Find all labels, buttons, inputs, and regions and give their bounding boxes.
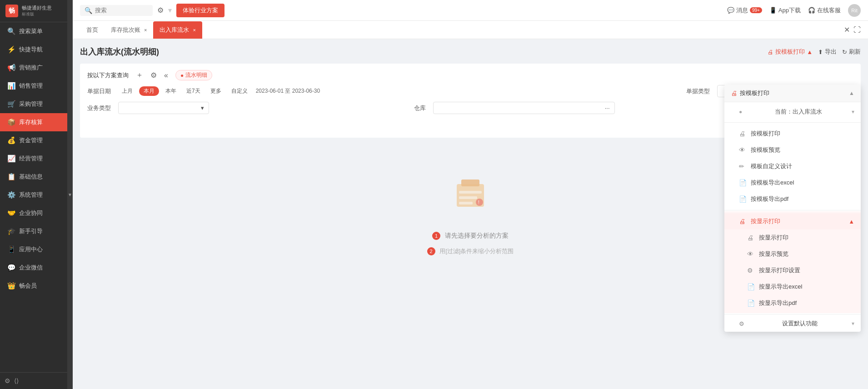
sidebar-item-app-center[interactable]: 📱 应用中心 xyxy=(0,240,67,259)
sidebar-item-finance[interactable]: 💰 资金管理 xyxy=(0,131,67,150)
export-btn[interactable]: ⬆ 导出 xyxy=(818,48,837,56)
close-tab-btn[interactable]: ✕ xyxy=(844,25,850,34)
warehouse-select[interactable]: ··· xyxy=(433,102,615,114)
dropdown-settings-default[interactable]: ⚙ 设置默认功能 ▾ xyxy=(724,315,861,332)
svg-rect-2 xyxy=(459,191,482,194)
sidebar-item-search[interactable]: 🔍 搜索菜单 xyxy=(0,22,67,40)
message-btn[interactable]: 💬 消息 99+ xyxy=(727,6,762,15)
sidebar-item-base-info[interactable]: 📋 基础信息 xyxy=(0,168,67,186)
display-pdf-icon: 📄 xyxy=(747,299,755,307)
customer-service-btn[interactable]: 🎧 在线客服 xyxy=(808,6,841,15)
gear-icon: ⚙️ xyxy=(7,191,15,199)
date-option-more[interactable]: 更多 xyxy=(207,86,225,96)
sidebar-item-member[interactable]: 👑 畅会员 xyxy=(0,277,67,295)
tab-close-flow[interactable]: × xyxy=(193,27,195,33)
crown-icon: 👑 xyxy=(7,282,15,290)
date-option-7days[interactable]: 近7天 xyxy=(183,86,204,96)
date-options: 上月 本月 本年 近7天 更多 自定义 2023-06-01 至 2023-06… xyxy=(118,86,320,96)
more-icon: ··· xyxy=(605,105,610,111)
filter-tag-icon: ● xyxy=(180,72,184,79)
dropdown-arrows: ▲ xyxy=(849,90,854,96)
printer-icon: 🖨 xyxy=(768,49,773,55)
dropdown-sub-display-preview[interactable]: 👁 按显示预览 xyxy=(724,246,861,262)
dropdown-sub-display-pdf[interactable]: 📄 按显示导出pdf xyxy=(724,295,861,311)
dropdown-header: 🖨 按模板打印 ▲ xyxy=(724,85,861,102)
sidebar-item-weixin[interactable]: 💬 企业微信 xyxy=(0,259,67,277)
dropdown-sub-display-settings[interactable]: ⚙ 按显示打印设置 xyxy=(724,262,861,279)
app-download-btn[interactable]: 📱 App下载 xyxy=(769,6,801,15)
pdf-item-icon: 📄 xyxy=(739,195,747,203)
sidebar-item-purchase[interactable]: 🛒 采购管理 xyxy=(0,95,67,113)
tab-right-actions: ✕ ⛶ xyxy=(844,25,861,34)
biz-type-select[interactable]: ▾ xyxy=(118,102,209,114)
sidebar-item-sales[interactable]: 📊 销售管理 xyxy=(0,77,67,95)
trending-icon: 📈 xyxy=(7,155,15,163)
filter-tag: ● 流水明细 xyxy=(175,70,212,80)
dropdown-current-item[interactable]: ● 当前：出入库流水 ▾ xyxy=(724,104,861,120)
dropdown-item-template-pdf[interactable]: 📄 按模板导出pdf xyxy=(724,191,861,207)
tab-flow[interactable]: 出入库流水 × xyxy=(153,21,202,39)
svg-rect-4 xyxy=(459,202,473,204)
empty-step-1: 1 请先选择要分析的方案 xyxy=(432,232,509,240)
empty-step-2: 2 用[过滤]条件来缩小分析范围 xyxy=(427,247,514,255)
tab-batch[interactable]: 库存批次账 × xyxy=(105,21,153,39)
svg-rect-3 xyxy=(459,196,477,199)
filter-settings-icon[interactable]: ⚙ xyxy=(150,71,157,80)
sidebar-item-inventory[interactable]: 📦 库存核算 xyxy=(0,113,67,131)
settings-bottom-icon[interactable]: ⚙ xyxy=(5,377,10,384)
current-label-icon: ● xyxy=(739,109,742,115)
add-filter-icon[interactable]: ＋ xyxy=(136,70,143,80)
sidebar-logo: 畅 畅捷通好生意 标准版 xyxy=(0,0,67,22)
search-icon: 🔍 xyxy=(85,7,92,14)
sidebar-bottom: ⚙ ⟨⟩ xyxy=(0,372,67,389)
dropdown-item-display-print-section[interactable]: 🖨 按显示打印 ▲ xyxy=(724,213,861,229)
filter-collapse-icon[interactable]: « xyxy=(164,71,168,80)
service-icon: 🎧 xyxy=(808,7,815,14)
settings-icon[interactable]: ⚙ xyxy=(157,6,164,15)
expand-tab-btn[interactable]: ⛶ xyxy=(853,26,861,34)
message-icon: 💬 xyxy=(727,7,734,14)
printer-item-icon: 🖨 xyxy=(739,130,747,137)
dropdown-arrow-up[interactable]: ▲ xyxy=(849,90,854,96)
sidebar-nav: 🔍 搜索菜单 ⚡ 快捷导航 📢 营销推广 📊 销售管理 🛒 采购管理 📦 库存核… xyxy=(0,22,67,372)
sidebar-item-cooperation[interactable]: 🤝 企业协同 xyxy=(0,204,67,222)
user-avatar[interactable]: Rit xyxy=(848,4,861,17)
date-option-last-month[interactable]: 上月 xyxy=(118,86,136,96)
refresh-btn[interactable]: ↻ 刷新 xyxy=(842,48,861,56)
sidebar-item-guide[interactable]: 🎓 新手引导 xyxy=(0,222,67,240)
dropdown-item-template-print[interactable]: 🖨 按模板打印 xyxy=(724,125,861,142)
sidebar-scroll-button[interactable]: ▼ xyxy=(67,0,73,389)
print-header-icon: 🖨 xyxy=(731,90,737,97)
tab-bar: 首页 库存批次账 × 出入库流水 × ✕ ⛶ xyxy=(73,21,868,39)
tab-home[interactable]: 首页 xyxy=(80,21,105,39)
dropdown-item-template-custom[interactable]: ✏ 模板自定义设计 xyxy=(724,158,861,175)
divider-1 xyxy=(724,122,861,123)
print-btn[interactable]: 🖨 按模板打印 ▲ xyxy=(768,48,813,56)
sidebar-item-system[interactable]: ⚙️ 系统管理 xyxy=(0,186,67,204)
lightning-icon: ⚡ xyxy=(7,45,15,54)
sidebar-item-operations[interactable]: 📈 经营管理 xyxy=(0,150,67,168)
search-box[interactable]: 🔍 xyxy=(80,5,153,16)
trial-btn[interactable]: 体验行业方案 xyxy=(176,4,224,17)
date-option-custom[interactable]: 自定义 xyxy=(228,86,251,96)
date-option-this-year[interactable]: 本年 xyxy=(162,86,180,96)
download-icon: 📱 xyxy=(769,7,777,14)
display-print-section-icon: 🖨 xyxy=(739,218,747,225)
refresh-icon: ↻ xyxy=(842,49,847,55)
clipboard-icon: 📋 xyxy=(7,173,15,181)
sidebar-item-marketing[interactable]: 📢 营销推广 xyxy=(0,59,67,77)
chevron-down-icon-2: ▾ xyxy=(201,105,204,111)
header-left: 🔍 ⚙ ▾ 体验行业方案 xyxy=(80,4,224,17)
sidebar-item-quick-nav[interactable]: ⚡ 快捷导航 xyxy=(0,40,67,59)
divider-3 xyxy=(724,314,861,314)
tab-close-batch[interactable]: × xyxy=(144,27,147,33)
svg-rect-1 xyxy=(461,180,479,186)
search-input[interactable] xyxy=(95,7,140,14)
date-option-this-month[interactable]: 本月 xyxy=(139,86,159,96)
dropdown-item-template-excel[interactable]: 📄 按模板导出excel xyxy=(724,175,861,191)
collapse-sidebar-icon[interactable]: ⟨⟩ xyxy=(14,377,19,384)
display-section: 🖨 按显示打印 ▲ 🖨 按显示打印 👁 按显示预览 ⚙ 按显示打印设置 xyxy=(724,211,861,313)
dropdown-sub-display-print[interactable]: 🖨 按显示打印 xyxy=(724,229,861,246)
dropdown-sub-display-excel[interactable]: 📄 按显示导出excel xyxy=(724,279,861,295)
dropdown-item-template-preview[interactable]: 👁 按模板预览 xyxy=(724,142,861,158)
